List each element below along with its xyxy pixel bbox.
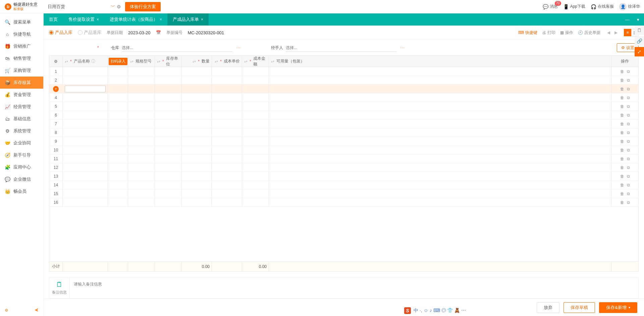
cell-available[interactable] <box>269 76 611 84</box>
copy-icon[interactable]: ⧉ <box>627 183 630 187</box>
cell-amount[interactable] <box>242 93 269 102</box>
delete-icon[interactable]: 🗑 <box>620 122 624 126</box>
collapse-icon[interactable]: ⮜ <box>35 308 39 313</box>
tab[interactable]: 首页 <box>44 13 63 26</box>
sidebar-item[interactable]: ⌂快捷导航 <box>0 28 43 40</box>
cell-qty[interactable] <box>182 154 212 163</box>
cell-price[interactable] <box>212 163 242 172</box>
cell-unit[interactable] <box>155 181 182 189</box>
copy-icon[interactable]: ⧉ <box>627 191 630 196</box>
cell-qty[interactable] <box>182 137 212 145</box>
cell-amount[interactable] <box>242 198 269 207</box>
tab-minimize[interactable]: — <box>623 15 632 24</box>
handler-more[interactable]: ··· <box>400 45 405 50</box>
cell-unit[interactable] <box>155 163 182 172</box>
cell-available[interactable] <box>269 137 611 145</box>
cell-unit[interactable] <box>155 154 182 163</box>
delete-icon[interactable]: 🗑 <box>620 104 624 109</box>
cell-available[interactable] <box>269 67 611 76</box>
cell-amount[interactable] <box>242 154 269 163</box>
cell-name[interactable] <box>63 111 108 119</box>
cell-spec[interactable] <box>128 120 155 128</box>
table-row[interactable]: 9🗑⧉ <box>49 137 638 146</box>
date-value[interactable]: 2023-03-20 <box>128 30 151 35</box>
tab-menu[interactable]: ▾ <box>633 15 643 24</box>
calendar-icon[interactable]: 📅 <box>156 30 161 35</box>
view-list[interactable]: ≡ <box>624 29 631 36</box>
table-row[interactable]: 13🗑⧉ <box>49 172 638 181</box>
cell-name[interactable] <box>63 163 108 172</box>
cell-name[interactable] <box>63 172 108 180</box>
cell-spec[interactable] <box>128 67 155 76</box>
table-row[interactable]: 6🗑⧉ <box>49 111 638 120</box>
cell-name[interactable] <box>63 67 108 76</box>
user-menu[interactable]: 👤 徐泽华 <box>619 3 640 10</box>
cell-price[interactable] <box>212 146 242 154</box>
cell-available[interactable] <box>269 85 611 93</box>
delete-icon[interactable]: 🗑 <box>620 174 624 179</box>
shortcut-link[interactable]: ⌨ 快捷键 <box>518 30 537 36</box>
sidebar-item[interactable]: 🛍销售管理 <box>0 52 43 64</box>
tab[interactable]: 进货单统计表（按商品）× <box>104 13 167 26</box>
discard-button[interactable]: 放弃 <box>537 302 559 313</box>
cell-name[interactable] <box>63 85 108 93</box>
copy-icon[interactable]: ⧉ <box>627 130 630 135</box>
col-price[interactable]: ▴▾*成本单价 <box>212 56 242 67</box>
warehouse-input[interactable] <box>122 44 232 52</box>
cell-unit[interactable] <box>155 93 182 102</box>
cell-unit[interactable] <box>155 120 182 128</box>
table-row[interactable]: 5🗑⧉ <box>49 102 638 111</box>
cell-qty[interactable] <box>182 172 212 180</box>
draft-button[interactable]: 保存草稿 <box>564 302 595 313</box>
cell-qty[interactable] <box>182 102 212 110</box>
delete-icon[interactable]: 🗑 <box>620 139 624 144</box>
copy-icon[interactable]: ⧉ <box>627 104 630 109</box>
cell-amount[interactable] <box>242 85 269 93</box>
cell-spec[interactable] <box>128 137 155 145</box>
cell-price[interactable] <box>212 128 242 137</box>
cell-qty[interactable] <box>182 76 212 84</box>
cell-name[interactable] <box>63 189 108 198</box>
cell-amount[interactable] <box>242 120 269 128</box>
cell-name[interactable] <box>63 76 108 84</box>
cell-amount[interactable] <box>242 146 269 154</box>
cell-unit[interactable] <box>155 128 182 137</box>
cell-name[interactable] <box>63 146 108 154</box>
col-amount[interactable]: ▴▾*成本金额 <box>242 56 269 67</box>
table-row[interactable]: 2🗑⧉ <box>49 76 638 85</box>
table-row[interactable]: 15🗑⧉ <box>49 189 638 198</box>
sidebar-item[interactable]: 🗂基础信息 <box>0 113 43 125</box>
delete-icon[interactable]: 🗑 <box>620 165 624 170</box>
cell-unit[interactable] <box>155 146 182 154</box>
cell-price[interactable] <box>212 76 242 84</box>
copy-icon[interactable]: ⧉ <box>627 148 630 152</box>
close-icon[interactable]: × <box>97 17 99 22</box>
cell-unit[interactable] <box>155 189 182 198</box>
chevron-down-icon[interactable]: ﹀ <box>111 4 115 10</box>
col-spec[interactable]: ▴▾规格型号 <box>128 56 155 67</box>
delete-icon[interactable]: 🗑 <box>620 191 624 196</box>
save-new-button[interactable]: 保存&新增▾ <box>599 302 637 313</box>
copy-icon[interactable]: ⧉ <box>627 78 630 83</box>
cell-available[interactable] <box>269 198 611 207</box>
cell-amount[interactable] <box>242 189 269 198</box>
table-row[interactable]: 8🗑⧉ <box>49 128 638 137</box>
cell-spec[interactable] <box>128 189 155 198</box>
cell-spec[interactable] <box>128 154 155 163</box>
cell-available[interactable] <box>269 128 611 137</box>
table-row[interactable]: 11🗑⧉ <box>49 154 638 163</box>
cell-spec[interactable] <box>128 128 155 137</box>
table-row[interactable]: 4🗑⧉ <box>49 93 638 102</box>
delete-icon[interactable]: 🗑 <box>620 200 624 205</box>
app-download-button[interactable]: 📱 App下载 <box>563 4 585 9</box>
cell-price[interactable] <box>212 93 242 102</box>
cell-price[interactable] <box>212 198 242 207</box>
messages-button[interactable]: 💬 消息 70 <box>543 4 558 9</box>
cell-spec[interactable] <box>128 146 155 154</box>
table-row[interactable]: 16🗑⧉ <box>49 198 638 207</box>
cell-unit[interactable] <box>155 172 182 180</box>
cell-price[interactable] <box>212 137 242 145</box>
cell-spec[interactable] <box>128 85 155 93</box>
mode-in-radio[interactable]: 产品入库 <box>49 30 72 36</box>
cell-qty[interactable] <box>182 120 212 128</box>
